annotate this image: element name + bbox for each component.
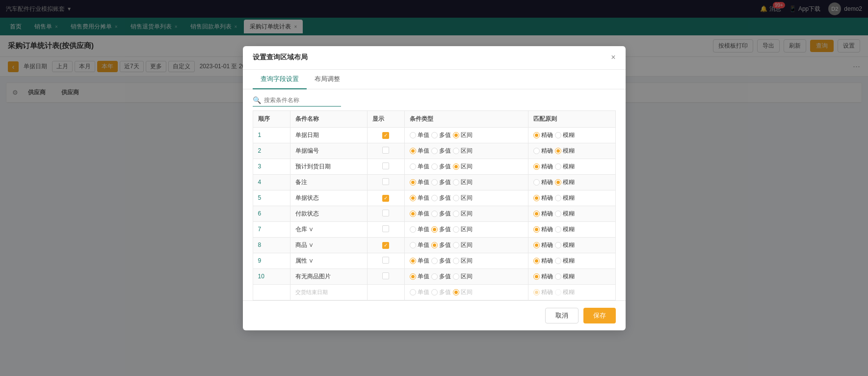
- radio-option-type_multi[interactable]: 多值: [431, 162, 451, 171]
- match-radio-group: 精确模糊: [533, 225, 610, 234]
- modal-close-button[interactable]: ×: [611, 54, 615, 61]
- display-checkbox[interactable]: [382, 272, 389, 279]
- radio-option-match[interactable]: 模糊: [555, 225, 575, 234]
- row-match: 精确模糊: [528, 127, 615, 143]
- row-display[interactable]: [367, 237, 404, 253]
- row-display[interactable]: [367, 284, 404, 300]
- display-checkbox[interactable]: [382, 178, 389, 185]
- radio-option-match[interactable]: 精确: [533, 225, 553, 234]
- row-display[interactable]: [367, 127, 404, 143]
- search-input[interactable]: [264, 97, 333, 104]
- radio-option-type_multi[interactable]: 多值: [431, 131, 451, 139]
- radio-option-type_multi[interactable]: 多值: [431, 272, 451, 281]
- row-display[interactable]: [367, 190, 404, 206]
- row-display[interactable]: [367, 206, 404, 221]
- radio-option-type_single[interactable]: 单值: [410, 210, 429, 218]
- radio-option-type_multi[interactable]: 多值: [431, 147, 451, 155]
- radio-option-match[interactable]: 精确: [533, 178, 553, 187]
- radio-option-match[interactable]: 模糊: [555, 147, 575, 155]
- match-radio-group: 精确模糊: [533, 162, 610, 171]
- tab-query-fields[interactable]: 查询字段设置: [253, 70, 307, 89]
- radio-option-match[interactable]: 精确: [533, 210, 553, 218]
- row-match: 精确模糊: [528, 190, 615, 206]
- radio-option-match[interactable]: 模糊: [555, 241, 575, 249]
- radio-option-type_multi[interactable]: 多值: [431, 257, 451, 265]
- radio-dot: [431, 211, 438, 217]
- radio-option-type_range[interactable]: 区间: [453, 210, 473, 218]
- display-checkbox[interactable]: [382, 162, 389, 169]
- radio-option-match[interactable]: 模糊: [555, 288, 575, 296]
- radio-option-type_multi[interactable]: 多值: [431, 225, 451, 234]
- row-display[interactable]: [367, 269, 404, 284]
- radio-option-match[interactable]: 精确: [533, 257, 553, 265]
- save-button[interactable]: 保存: [583, 308, 616, 323]
- radio-option-match[interactable]: 精确: [533, 288, 553, 296]
- radio-option-type_single[interactable]: 单值: [410, 225, 429, 234]
- row-display[interactable]: [367, 143, 404, 159]
- radio-dot: [410, 289, 416, 295]
- display-checkbox[interactable]: [382, 147, 389, 154]
- radio-dot: [410, 163, 416, 170]
- radio-option-match[interactable]: 精确: [533, 194, 553, 202]
- display-checkbox[interactable]: [382, 257, 389, 264]
- radio-option-type_range[interactable]: 区间: [453, 162, 473, 171]
- radio-option-type_single[interactable]: 单值: [410, 194, 429, 202]
- radio-option-type_single[interactable]: 单值: [410, 241, 429, 249]
- radio-option-type_range[interactable]: 区间: [453, 257, 473, 265]
- radio-option-match[interactable]: 模糊: [555, 272, 575, 281]
- radio-option-match[interactable]: 模糊: [555, 162, 575, 171]
- type-radio-group: 单值多值区间: [410, 225, 523, 234]
- radio-dot: [410, 148, 416, 154]
- radio-option-type_multi[interactable]: 多值: [431, 178, 451, 187]
- radio-option-type_single[interactable]: 单值: [410, 178, 429, 187]
- radio-dot: [555, 195, 561, 201]
- radio-option-match[interactable]: 精确: [533, 241, 553, 249]
- row-display[interactable]: [367, 174, 404, 190]
- radio-dot: [431, 226, 438, 233]
- display-checkbox[interactable]: [382, 225, 389, 232]
- row-name: 单据状态: [290, 190, 367, 206]
- radio-option-type_single[interactable]: 单值: [410, 162, 429, 171]
- radio-option-type_multi[interactable]: 多值: [431, 241, 451, 249]
- radio-dot: [533, 148, 540, 154]
- radio-option-match[interactable]: 精确: [533, 272, 553, 281]
- radio-option-match[interactable]: 精确: [533, 131, 553, 139]
- radio-option-type_multi[interactable]: 多值: [431, 194, 451, 202]
- row-match: 精确模糊: [528, 143, 615, 159]
- radio-option-match[interactable]: 模糊: [555, 210, 575, 218]
- cancel-button[interactable]: 取消: [545, 308, 579, 323]
- radio-option-match[interactable]: 精确: [533, 147, 553, 155]
- radio-option-match[interactable]: 模糊: [555, 257, 575, 265]
- display-checkbox[interactable]: [382, 132, 389, 139]
- display-checkbox[interactable]: [382, 210, 389, 216]
- radio-option-type_range[interactable]: 区间: [453, 272, 473, 281]
- radio-option-type_range[interactable]: 区间: [453, 178, 473, 187]
- radio-option-type_range[interactable]: 区间: [453, 241, 473, 249]
- radio-option-match[interactable]: 模糊: [555, 178, 575, 187]
- row-display[interactable]: [367, 221, 404, 237]
- row-name: 属性 ∨: [290, 253, 367, 269]
- row-type: 单值多值区间: [404, 269, 528, 284]
- radio-option-match[interactable]: 模糊: [555, 131, 575, 139]
- row-name: 预计到货日期: [290, 159, 367, 174]
- radio-option-type_range[interactable]: 区间: [453, 194, 473, 202]
- row-display[interactable]: [367, 159, 404, 174]
- radio-option-type_range[interactable]: 区间: [453, 131, 473, 139]
- radio-dot: [555, 148, 561, 154]
- row-display[interactable]: [367, 253, 404, 269]
- radio-option-type_range[interactable]: 区间: [453, 225, 473, 234]
- display-checkbox[interactable]: [382, 195, 389, 202]
- row-order: 9: [253, 253, 290, 269]
- col-header-order: 顺序: [253, 110, 290, 127]
- radio-option-match[interactable]: 精确: [533, 162, 553, 171]
- radio-option-type_single[interactable]: 单值: [410, 131, 429, 139]
- radio-option-type_single[interactable]: 单值: [410, 272, 429, 281]
- radio-option-type_range[interactable]: 区间: [453, 147, 473, 155]
- tab-layout-adjust[interactable]: 布局调整: [307, 70, 348, 89]
- radio-option-match[interactable]: 模糊: [555, 194, 575, 202]
- radio-option-type_multi[interactable]: 多值: [431, 210, 451, 218]
- radio-option-type_single[interactable]: 单值: [410, 257, 429, 265]
- radio-option-type_single[interactable]: 单值: [410, 147, 429, 155]
- display-checkbox[interactable]: [382, 242, 389, 249]
- radio-dot: [431, 242, 438, 248]
